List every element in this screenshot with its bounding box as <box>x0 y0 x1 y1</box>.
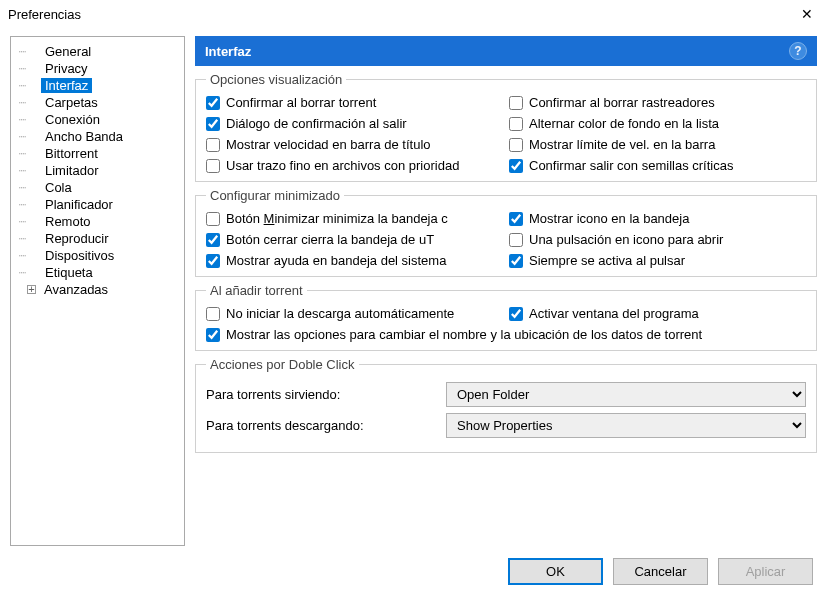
window-title: Preferencias <box>8 7 81 22</box>
tree-item-avanzadas[interactable]: +Avanzadas <box>15 281 184 298</box>
checkbox-label[interactable]: Usar trazo fino en archivos con priorida… <box>226 158 459 173</box>
tree-item-remoto[interactable]: ┈Remoto <box>15 213 184 230</box>
tree-item-label: Etiqueta <box>41 265 97 280</box>
tree-item-ancho-banda[interactable]: ┈Ancho Banda <box>15 128 184 145</box>
checkbox[interactable] <box>206 233 220 247</box>
check-minimize-3: Una pulsación en icono para abrir <box>509 232 806 247</box>
tree-item-label: Carpetas <box>41 95 102 110</box>
tree-branch-icon: ┈ <box>19 215 41 229</box>
checkbox[interactable] <box>509 138 523 152</box>
checkbox[interactable] <box>206 96 220 110</box>
checkbox[interactable] <box>206 328 220 342</box>
help-icon[interactable]: ? <box>789 42 807 60</box>
checkbox-label[interactable]: Mostrar icono en la bandeja <box>529 211 689 226</box>
dblclick-select-0[interactable]: Open Folder <box>446 382 806 407</box>
tree-item-label: Privacy <box>41 61 92 76</box>
tree-item-label: Planificador <box>41 197 117 212</box>
tree-branch-icon: ┈ <box>19 232 41 246</box>
checkbox[interactable] <box>509 212 523 226</box>
checkbox[interactable] <box>509 254 523 268</box>
check-minimize-5: Siempre se activa al pulsar <box>509 253 806 268</box>
tree-item-label: Remoto <box>41 214 95 229</box>
checkbox-label[interactable]: Diálogo de confirmación al salir <box>226 116 407 131</box>
checkbox[interactable] <box>206 254 220 268</box>
checkbox-label[interactable]: Mostrar velocidad en barra de título <box>226 137 431 152</box>
checkbox-label[interactable]: Confirmar al borrar torrent <box>226 95 376 110</box>
checkbox-label[interactable]: Mostrar ayuda en bandeja del sistema <box>226 253 446 268</box>
close-icon[interactable]: ✕ <box>797 6 817 22</box>
check-display-5: Mostrar límite de vel. en la barra <box>509 137 806 152</box>
checkbox[interactable] <box>509 307 523 321</box>
checkbox[interactable] <box>509 233 523 247</box>
check-add-0: No iniciar la descarga automáticamente <box>206 306 503 321</box>
checkbox-label[interactable]: No iniciar la descarga automáticamente <box>226 306 454 321</box>
tree-item-privacy[interactable]: ┈Privacy <box>15 60 184 77</box>
checkbox-label[interactable]: Mostrar las opciones para cambiar el nom… <box>226 327 702 342</box>
group-double-click: Acciones por Doble Click Para torrents s… <box>195 357 817 453</box>
checkbox[interactable] <box>206 212 220 226</box>
tree-item-interfaz[interactable]: ┈Interfaz <box>15 77 184 94</box>
checkbox[interactable] <box>206 138 220 152</box>
expand-icon[interactable]: + <box>27 285 36 294</box>
group-display-options: Opciones visualización Confirmar al borr… <box>195 72 817 182</box>
tree-item-general[interactable]: ┈General <box>15 43 184 60</box>
tree-item-label: General <box>41 44 95 59</box>
apply-button[interactable]: Aplicar <box>718 558 813 585</box>
checkbox-label[interactable]: Alternar color de fondo en la lista <box>529 116 719 131</box>
check-display-0: Confirmar al borrar torrent <box>206 95 503 110</box>
tree-item-conexión[interactable]: ┈Conexión <box>15 111 184 128</box>
tree-item-label: Avanzadas <box>40 282 112 297</box>
tree-item-label: Limitador <box>41 163 102 178</box>
tree-item-planificador[interactable]: ┈Planificador <box>15 196 184 213</box>
check-add-1: Activar ventana del programa <box>509 306 806 321</box>
check-minimize-0: Botón Minimizar minimiza la bandeja c <box>206 211 503 226</box>
tree-branch-icon: ┈ <box>19 62 41 76</box>
category-tree: ┈General┈Privacy┈Interfaz┈Carpetas┈Conex… <box>10 36 185 546</box>
checkbox-label[interactable]: Siempre se activa al pulsar <box>529 253 685 268</box>
dblclick-label: Para torrents descargando: <box>206 418 446 433</box>
tree-branch-icon: ┈ <box>19 164 41 178</box>
checkbox[interactable] <box>509 96 523 110</box>
tree-branch-icon: ┈ <box>19 181 41 195</box>
dblclick-select-1[interactable]: Show Properties <box>446 413 806 438</box>
tree-item-label: Conexión <box>41 112 104 127</box>
checkbox[interactable] <box>206 307 220 321</box>
group-legend: Configurar minimizado <box>206 188 344 203</box>
tree-branch-icon: ┈ <box>19 96 41 110</box>
tree-item-bittorrent[interactable]: ┈Bittorrent <box>15 145 184 162</box>
tree-branch-icon: ┈ <box>19 113 41 127</box>
checkbox[interactable] <box>509 117 523 131</box>
group-legend: Opciones visualización <box>206 72 346 87</box>
tree-item-label: Bittorrent <box>41 146 102 161</box>
tree-branch-icon: ┈ <box>19 249 41 263</box>
tree-item-label: Cola <box>41 180 76 195</box>
check-display-7: Confirmar salir con semillas críticas <box>509 158 806 173</box>
checkbox-label[interactable]: Botón cerrar cierra la bandeja de uT <box>226 232 434 247</box>
check-display-4: Mostrar velocidad en barra de título <box>206 137 503 152</box>
checkbox-label[interactable]: Una pulsación en icono para abrir <box>529 232 723 247</box>
panel-header: Interfaz ? <box>195 36 817 66</box>
checkbox-label[interactable]: Confirmar al borrar rastreadores <box>529 95 715 110</box>
tree-item-reproducir[interactable]: ┈Reproducir <box>15 230 184 247</box>
group-legend: Al añadir torrent <box>206 283 307 298</box>
tree-item-etiqueta[interactable]: ┈Etiqueta <box>15 264 184 281</box>
tree-item-label: Ancho Banda <box>41 129 127 144</box>
check-add-full: Mostrar las opciones para cambiar el nom… <box>206 327 806 342</box>
ok-button[interactable]: OK <box>508 558 603 585</box>
checkbox-label[interactable]: Botón Minimizar minimiza la bandeja c <box>226 211 448 226</box>
checkbox[interactable] <box>509 159 523 173</box>
tree-item-cola[interactable]: ┈Cola <box>15 179 184 196</box>
checkbox-label[interactable]: Mostrar límite de vel. en la barra <box>529 137 715 152</box>
checkbox-label[interactable]: Activar ventana del programa <box>529 306 699 321</box>
tree-item-dispositivos[interactable]: ┈Dispositivos <box>15 247 184 264</box>
tree-item-carpetas[interactable]: ┈Carpetas <box>15 94 184 111</box>
cancel-button[interactable]: Cancelar <box>613 558 708 585</box>
tree-branch-icon: ┈ <box>19 79 41 93</box>
check-minimize-2: Botón cerrar cierra la bandeja de uT <box>206 232 503 247</box>
checkbox-label[interactable]: Confirmar salir con semillas críticas <box>529 158 733 173</box>
tree-item-label: Dispositivos <box>41 248 118 263</box>
tree-item-limitador[interactable]: ┈Limitador <box>15 162 184 179</box>
check-display-2: Diálogo de confirmación al salir <box>206 116 503 131</box>
checkbox[interactable] <box>206 159 220 173</box>
checkbox[interactable] <box>206 117 220 131</box>
